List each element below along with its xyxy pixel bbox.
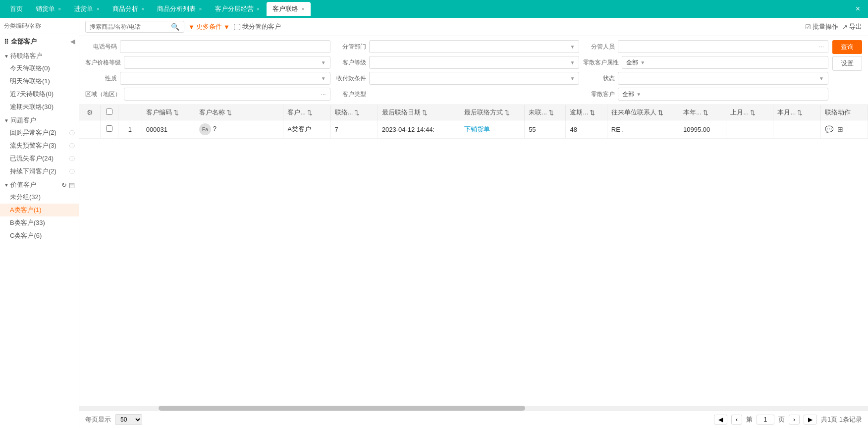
filter-payment-select[interactable]: ▼ xyxy=(369,72,580,85)
filter-dept-arrow: ▼ xyxy=(570,44,575,50)
sidebar-section-value[interactable]: ▼ 价值客户 ↻ ▤ xyxy=(0,178,79,191)
sidebar-item-class-b[interactable]: B类客户(33) xyxy=(0,216,79,229)
table-gear-icon[interactable]: ⚙ xyxy=(87,108,93,116)
sidebar-item-declining[interactable]: 持续下滑客户(2) ⓘ xyxy=(0,165,79,178)
filter-retail-select[interactable]: 全部 ▼ xyxy=(618,88,828,101)
search-input[interactable] xyxy=(90,23,169,30)
th-name[interactable]: 客户名称⇅ xyxy=(195,105,283,120)
filter-person-input[interactable]: ··· xyxy=(618,40,828,53)
sidebar-collapse-btn[interactable]: ◀ xyxy=(70,38,75,45)
th-type[interactable]: 客户...⇅ xyxy=(283,105,330,120)
row-name-cell: Ea? xyxy=(195,120,283,139)
th-contact[interactable]: 联络...⇅ xyxy=(330,105,378,120)
th-code[interactable]: 客户编码⇅ xyxy=(142,105,195,120)
sort-icon-code: ⇅ xyxy=(173,109,179,116)
nav-close-all[interactable]: × xyxy=(852,4,864,13)
settings-button[interactable]: 设置 xyxy=(832,56,862,71)
row-contact-count: 7 xyxy=(330,120,378,139)
filter-retail-attr-select[interactable]: 全部 ▼ xyxy=(622,56,828,69)
th-thisyear[interactable]: 本年...⇅ xyxy=(679,105,726,120)
sidebar-item-ungroup[interactable]: 未分组(32) xyxy=(0,191,79,204)
my-customers-checkbox[interactable] xyxy=(234,24,240,30)
page-input[interactable] xyxy=(757,415,774,425)
row-qr-icon[interactable]: ⊞ xyxy=(837,125,843,133)
query-button[interactable]: 查询 xyxy=(832,40,862,54)
sidebar-item-week[interactable]: 近7天待联络(0) xyxy=(0,88,79,101)
page-next-btn[interactable]: › xyxy=(789,415,800,425)
batch-ops-checkbox-icon: ☑ xyxy=(805,23,811,31)
page-last-btn[interactable]: ▶ xyxy=(804,415,817,425)
tab-goods-list[interactable]: 商品分析列表 × xyxy=(151,2,208,16)
search-button[interactable]: 🔍 xyxy=(171,23,179,31)
sidebar-item-class-a[interactable]: A类客户(1) xyxy=(0,204,79,216)
row-chat-icon[interactable]: 💬 xyxy=(825,125,833,133)
th-last-method[interactable]: 最后联络方式⇅ xyxy=(460,105,525,120)
filter-price-grade-select[interactable]: ▼ xyxy=(124,56,330,69)
page-first-btn[interactable]: ◀ xyxy=(714,415,727,425)
filter-region-dots: ··· xyxy=(321,91,326,98)
tab-purchase-label: 进货单 xyxy=(74,4,93,13)
tab-customer-contact[interactable]: 客户联络 × xyxy=(267,2,310,16)
horizontal-scrollbar[interactable] xyxy=(79,406,868,411)
sidebar-item-overdue[interactable]: 逾期未联络(30) xyxy=(0,101,79,113)
batch-ops-btn[interactable]: ☑ 批量操作 xyxy=(805,22,838,31)
sidebar-item-churn-warn[interactable]: 流失预警客户(3) ⓘ xyxy=(0,139,79,152)
row-checkbox[interactable] xyxy=(106,125,112,132)
filter-customer-grade-label: 客户等级 xyxy=(334,58,369,67)
my-customers-check[interactable]: 我分管的客户 xyxy=(234,22,281,31)
sidebar-section-pending[interactable]: ▼ 待联络客户 xyxy=(0,49,79,62)
sidebar-section-problem[interactable]: ▼ 问题客户 xyxy=(0,113,79,126)
table-body: 1 000031 Ea? A类客户 7 2023-04-12 14:44: 下销… xyxy=(79,120,868,139)
more-conditions-btn[interactable]: ▼ 更多条件 ▼ xyxy=(188,22,230,31)
filter-dept-select[interactable]: ▼ xyxy=(369,40,580,53)
row-last-method-link[interactable]: 下销货单 xyxy=(464,125,490,133)
th-prev-contact[interactable]: 往来单位联系人⇅ xyxy=(607,105,679,120)
filter-phone: 电话号码 xyxy=(85,40,330,53)
row-name-text: ? xyxy=(213,125,217,132)
filter-region: 区域（地区） ··· xyxy=(85,88,330,101)
tab-goods-analysis-close[interactable]: × xyxy=(141,6,144,12)
th-last-date[interactable]: 最后联络日期⇅ xyxy=(378,105,460,120)
sidebar-item-today[interactable]: 今天待联络(0) xyxy=(0,62,79,75)
filter-content: 电话号码 分管部门 ▼ xyxy=(85,40,862,101)
value-refresh-icon[interactable]: ↻ xyxy=(61,181,67,189)
tab-purchase-close[interactable]: × xyxy=(96,6,99,12)
th-uncontact[interactable]: 未联...⇅ xyxy=(525,105,566,120)
per-page-label: 每页显示 xyxy=(85,415,111,424)
tab-sales[interactable]: 销货单 × xyxy=(30,2,67,16)
sidebar-section-value-arrow: ▼ xyxy=(4,182,9,188)
filter-region-input[interactable]: ··· xyxy=(124,88,330,101)
tab-customer-segment-close[interactable]: × xyxy=(257,6,260,12)
th-overdue[interactable]: 逾期...⇅ xyxy=(566,105,607,120)
filter-cust-type-input[interactable] xyxy=(369,88,580,101)
tab-customer-segment[interactable]: 客户分层经营 × xyxy=(209,2,266,16)
sidebar-item-repurchase[interactable]: 回购异常客户(2) ⓘ xyxy=(0,126,79,139)
export-label: 导出 xyxy=(849,22,862,31)
page-prev-btn[interactable]: ‹ xyxy=(731,415,742,425)
filter-nature-select[interactable]: ▼ xyxy=(120,72,330,85)
sidebar-item-class-c[interactable]: C类客户(6) xyxy=(0,229,79,242)
filter-status-select[interactable]: ▼ xyxy=(618,72,828,85)
filter-person: 分管人员 ··· xyxy=(583,40,828,53)
tab-purchase[interactable]: 进货单 × xyxy=(68,2,105,16)
scrollbar-thumb[interactable] xyxy=(159,406,525,411)
export-btn[interactable]: ↗ 导出 xyxy=(842,22,862,31)
sidebar-all-customers[interactable]: ⠿ 全部客户 ◀ xyxy=(0,34,79,49)
tab-home[interactable]: 首页 xyxy=(4,2,29,16)
th-index xyxy=(118,105,142,120)
select-all-checkbox[interactable] xyxy=(106,108,112,115)
filter-phone-input[interactable] xyxy=(120,40,330,53)
th-thismonth[interactable]: 本月...⇅ xyxy=(773,105,820,120)
tab-goods-list-close[interactable]: × xyxy=(199,6,202,12)
row-type: A类客户 xyxy=(283,120,330,139)
tab-sales-close[interactable]: × xyxy=(58,6,61,12)
value-settings-icon[interactable]: ▤ xyxy=(69,181,75,189)
sidebar-item-churned[interactable]: 已流失客户(24) ⓘ xyxy=(0,152,79,165)
per-page-select[interactable]: 50 100 200 xyxy=(115,414,142,425)
sidebar-search-input[interactable] xyxy=(4,22,78,29)
th-lastmonth[interactable]: 上月...⇅ xyxy=(726,105,773,120)
filter-customer-grade-select[interactable]: ▼ xyxy=(369,56,580,69)
sidebar-item-tomorrow[interactable]: 明天待联络(1) xyxy=(0,75,79,88)
tab-goods-analysis[interactable]: 商品分析 × xyxy=(107,2,150,16)
tab-customer-contact-close[interactable]: × xyxy=(301,6,304,12)
